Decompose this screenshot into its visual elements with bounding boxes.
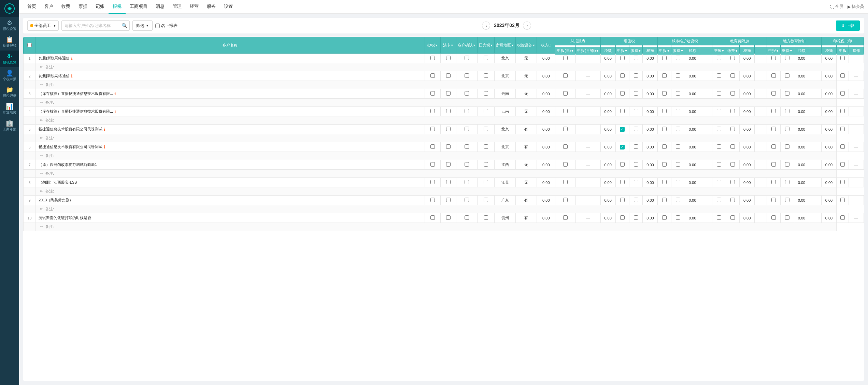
nav-customer[interactable]: 客户 bbox=[40, 0, 57, 14]
row-checkbox[interactable] bbox=[771, 144, 776, 149]
row-checkbox[interactable] bbox=[662, 180, 667, 184]
row-checkbox[interactable] bbox=[840, 127, 845, 131]
row-checkbox[interactable] bbox=[620, 180, 625, 184]
row-checkbox[interactable] bbox=[430, 109, 435, 113]
nav-bookkeeping[interactable]: 记账 bbox=[91, 0, 109, 14]
row-checkbox[interactable] bbox=[662, 127, 667, 131]
row-checkbox[interactable] bbox=[620, 162, 625, 167]
row-checkbox[interactable] bbox=[634, 215, 638, 220]
row-checkbox[interactable] bbox=[771, 127, 776, 131]
row-checkbox[interactable] bbox=[634, 180, 638, 184]
row-checkbox[interactable] bbox=[446, 198, 451, 202]
row-checkbox[interactable] bbox=[662, 198, 667, 202]
edit-note-icon[interactable]: ✏ bbox=[40, 100, 43, 104]
row-checkbox[interactable] bbox=[771, 198, 776, 202]
row-checkbox[interactable] bbox=[634, 109, 638, 113]
nav-settings[interactable]: 设置 bbox=[220, 0, 237, 14]
row-checkbox[interactable] bbox=[662, 215, 667, 220]
row-checkbox[interactable] bbox=[730, 144, 735, 149]
prev-month-btn[interactable]: ‹ bbox=[482, 22, 490, 30]
employee-filter[interactable]: 全部员工 ▾ bbox=[27, 20, 59, 31]
row-checkbox[interactable] bbox=[771, 180, 776, 184]
row-checkbox[interactable] bbox=[465, 91, 469, 96]
sidebar-item-huisuanqingjiao[interactable]: 📊 汇算清缴 bbox=[0, 101, 19, 117]
row-checkbox[interactable] bbox=[785, 215, 789, 220]
nav-manage[interactable]: 管理 bbox=[169, 0, 186, 14]
row-checkbox[interactable] bbox=[717, 162, 721, 167]
row-checkbox[interactable] bbox=[634, 198, 638, 202]
row-checkbox[interactable] bbox=[634, 73, 638, 78]
row-checkbox[interactable] bbox=[717, 91, 721, 96]
sidebar-item-geshuishenb[interactable]: 👤 个税申报 bbox=[0, 67, 19, 84]
row-checkbox[interactable] bbox=[446, 91, 451, 96]
row-checkbox[interactable] bbox=[771, 215, 776, 220]
row-checkbox[interactable] bbox=[484, 109, 488, 113]
row-checkbox[interactable] bbox=[840, 162, 845, 167]
row-checkbox[interactable] bbox=[430, 127, 435, 131]
row-checkbox[interactable] bbox=[563, 180, 568, 184]
nav-home[interactable]: 首页 bbox=[23, 0, 40, 14]
row-checkbox[interactable] bbox=[717, 73, 721, 78]
row-checkbox[interactable] bbox=[730, 215, 735, 220]
edit-note-icon[interactable]: ✏ bbox=[40, 118, 43, 122]
row-checkbox[interactable] bbox=[840, 73, 845, 78]
row-checkbox[interactable] bbox=[771, 109, 776, 113]
fullscreen-btn[interactable]: ⛶ 全屏 bbox=[830, 4, 843, 10]
row-checkbox[interactable] bbox=[717, 144, 721, 149]
nav-fee[interactable]: 收费 bbox=[57, 0, 74, 14]
row-checkbox[interactable] bbox=[484, 73, 488, 78]
row-checkbox[interactable] bbox=[620, 56, 625, 60]
row-checkbox[interactable] bbox=[465, 215, 469, 220]
row-checkbox[interactable] bbox=[446, 127, 451, 131]
row-checkbox[interactable] bbox=[785, 109, 789, 113]
table-container[interactable]: 客户名称 抄税▼ 清卡▼ 客户确认▼ 已完税▼ 所属地区▼ 税控设备▼ 收入C … bbox=[23, 37, 864, 381]
warning-icon[interactable]: ℹ bbox=[114, 91, 116, 96]
nav-message[interactable]: 消息 bbox=[152, 0, 169, 14]
row-checkbox[interactable] bbox=[662, 73, 667, 78]
sidebar-item-baoshuishezhi[interactable]: ⚙ 报税设置 bbox=[0, 17, 19, 34]
row-checkbox[interactable] bbox=[730, 180, 735, 184]
row-checkbox[interactable] bbox=[563, 127, 568, 131]
search-input[interactable] bbox=[62, 23, 119, 28]
row-checkbox[interactable] bbox=[446, 109, 451, 113]
edit-note-icon[interactable]: ✏ bbox=[40, 83, 43, 87]
warning-icon[interactable]: ℹ bbox=[104, 127, 105, 132]
row-checkbox[interactable] bbox=[785, 144, 789, 149]
row-checkbox[interactable] bbox=[730, 56, 735, 60]
named-report-checkbox[interactable]: 名下报表 bbox=[155, 23, 177, 29]
row-checkbox[interactable] bbox=[430, 56, 435, 60]
row-checkbox[interactable] bbox=[730, 162, 735, 167]
nav-service[interactable]: 服务 bbox=[203, 0, 220, 14]
row-checkbox[interactable] bbox=[563, 109, 568, 113]
sidebar-item-piliangbaoshui[interactable]: 📋 批量报税 bbox=[0, 34, 19, 51]
row-checkbox[interactable] bbox=[771, 91, 776, 96]
row-checkbox[interactable] bbox=[634, 91, 638, 96]
row-checkbox[interactable] bbox=[730, 109, 735, 113]
row-checkbox[interactable] bbox=[785, 162, 789, 167]
row-checkbox[interactable] bbox=[771, 56, 776, 60]
row-checkbox[interactable] bbox=[840, 215, 845, 220]
row-checkbox[interactable] bbox=[430, 215, 435, 220]
warning-icon[interactable]: ℹ bbox=[71, 74, 73, 79]
row-checkbox[interactable] bbox=[634, 127, 638, 131]
vip-btn[interactable]: ▶ 畅会员 bbox=[848, 4, 864, 10]
sidebar-item-gongshangnianbao[interactable]: 🏢 工商年报 bbox=[0, 117, 19, 134]
row-checkbox[interactable] bbox=[430, 180, 435, 184]
next-month-btn[interactable]: › bbox=[523, 22, 531, 30]
row-checkbox[interactable] bbox=[840, 198, 845, 202]
row-checkbox[interactable] bbox=[465, 198, 469, 202]
row-checkbox[interactable] bbox=[620, 198, 625, 202]
search-button[interactable]: 🔍 bbox=[119, 20, 129, 31]
row-checkbox[interactable] bbox=[662, 109, 667, 113]
row-checkbox[interactable] bbox=[484, 198, 488, 202]
row-checkbox[interactable] bbox=[563, 198, 568, 202]
row-checkbox[interactable] bbox=[465, 56, 469, 60]
row-checkbox[interactable] bbox=[840, 56, 845, 60]
row-checkbox[interactable] bbox=[676, 215, 680, 220]
row-checkbox[interactable] bbox=[446, 180, 451, 184]
row-checkbox[interactable] bbox=[484, 91, 488, 96]
warning-icon[interactable]: ℹ bbox=[114, 109, 116, 114]
row-checkbox[interactable] bbox=[676, 73, 680, 78]
row-checkbox[interactable] bbox=[676, 127, 680, 131]
row-checkbox[interactable] bbox=[676, 91, 680, 96]
